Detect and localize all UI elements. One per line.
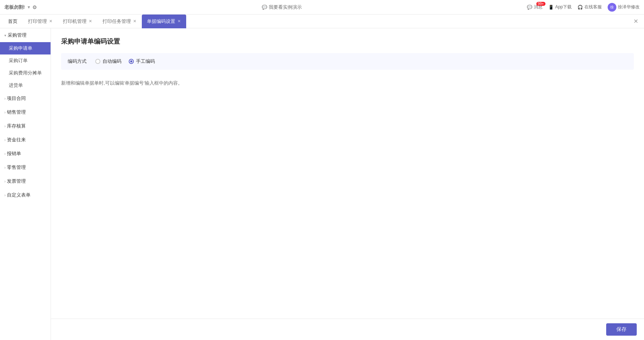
message-icon: 💬 (527, 5, 532, 10)
content-area: 采购申请单编码设置 编码方式 自动编码 手工编码 (51, 28, 644, 319)
sidebar-group-header-custom-form[interactable]: › 自定义表单 (0, 188, 51, 202)
sidebar-group-capital-flow: › 资金往来 (0, 133, 51, 147)
chevron-right-icon-2: › (4, 110, 5, 114)
encoding-section: 编码方式 自动编码 手工编码 (61, 53, 634, 70)
sidebar-group-header-purchase-management[interactable]: ▾ 采购管理 (0, 28, 51, 42)
chevron-right-icon-6: › (4, 166, 5, 170)
encoding-label: 编码方式 (68, 58, 87, 65)
radio-circle-auto (95, 59, 100, 64)
sidebar-group-sales-management: › 销售管理 (0, 105, 51, 119)
tab-printer-management[interactable]: 打印机管理 ✕ (58, 15, 97, 28)
footer: 保存 (51, 319, 644, 340)
message-badge: 99+ (536, 2, 545, 6)
settings-icon[interactable]: ⚙ (32, 4, 37, 10)
dropdown-icon[interactable]: ▾ (28, 4, 30, 10)
tab-home[interactable]: 首页 (3, 15, 23, 28)
sidebar: ▾ 采购管理 采购申请单 采购订单 采购费用分摊单 进货单 › 项目合同 (0, 28, 51, 340)
sidebar-group-header-sales-management[interactable]: › 销售管理 (0, 105, 51, 119)
top-bar-left: 老板勿割! ▾ ⚙ (4, 4, 37, 11)
download-icon: 📱 (548, 5, 554, 10)
sidebar-group-header-capital-flow[interactable]: › 资金往来 (0, 133, 51, 147)
window-close-btn[interactable]: ✕ (631, 18, 641, 25)
tab-bar: 首页 打印管理 ✕ 打印机管理 ✕ 打印任务管理 ✕ 单据编码设置 ✕ ✕ (0, 15, 644, 28)
sidebar-group-header-retail-management[interactable]: › 零售管理 (0, 161, 51, 174)
sidebar-group-header-invoice-management[interactable]: › 发票管理 (0, 174, 51, 188)
user-menu[interactable]: 徐 徐泽华修改 (608, 3, 640, 12)
chevron-right-icon-7: › (4, 179, 5, 183)
demo-link[interactable]: 💬 我要看实例演示 (262, 4, 302, 11)
radio-circle-manual (129, 59, 134, 64)
sidebar-group-retail-management: › 零售管理 (0, 161, 51, 174)
chevron-right-icon-5: › (4, 152, 5, 156)
encoding-radio-group: 自动编码 手工编码 (95, 58, 155, 65)
sidebar-item-purchase-requisition[interactable]: 采购申请单 (0, 42, 51, 54)
sidebar-group-sales-return: › 报销单 (0, 147, 51, 161)
avatar: 徐 (608, 3, 616, 12)
tab-close-document-code-settings[interactable]: ✕ (177, 19, 181, 24)
radio-auto-encoding[interactable]: 自动编码 (95, 58, 121, 65)
hint-text: 新增和编辑单据单时,可以编辑'单据编号'输入框中的内容。 (61, 77, 634, 89)
app-logo: 老板勿割! (4, 4, 25, 11)
chevron-right-icon-4: › (4, 138, 5, 142)
sidebar-group-header-inventory-settlement[interactable]: › 库存核算 (0, 119, 51, 133)
tab-print-task-management[interactable]: 打印任务管理 ✕ (97, 15, 142, 28)
sidebar-group-custom-form: › 自定义表单 (0, 188, 51, 202)
chevron-right-icon-1: › (4, 97, 5, 101)
sidebar-group-invoice-management: › 发票管理 (0, 174, 51, 188)
chevron-right-icon-3: › (4, 124, 5, 128)
sidebar-group-header-project-contract[interactable]: › 项目合同 (0, 92, 51, 105)
sidebar-group-inventory-settlement: › 库存核算 (0, 119, 51, 133)
sidebar-item-stock-in[interactable]: 进货单 (0, 79, 51, 92)
online-service-btn[interactable]: 🎧 在线客服 (577, 4, 602, 10)
chevron-right-icon-8: › (4, 193, 5, 197)
save-button[interactable]: 保存 (606, 323, 637, 336)
main-layout: ▾ 采购管理 采购申请单 采购订单 采购费用分摊单 进货单 › 项目合同 (0, 28, 644, 340)
app-download-btn[interactable]: 📱 App下载 (548, 4, 572, 10)
tab-close-printer-management[interactable]: ✕ (89, 19, 92, 24)
sidebar-item-purchase-expense-split[interactable]: 采购费用分摊单 (0, 67, 51, 79)
top-bar: 老板勿割! ▾ ⚙ 💬 我要看实例演示 💬 消息 99+ 📱 App下载 🎧 在… (0, 0, 644, 15)
radio-manual-encoding[interactable]: 手工编码 (129, 58, 155, 65)
message-btn[interactable]: 💬 消息 99+ (527, 4, 543, 10)
top-bar-icons: ▾ ⚙ (28, 4, 37, 10)
service-icon: 🎧 (577, 5, 583, 10)
main-content: 采购申请单编码设置 编码方式 自动编码 手工编码 (51, 28, 644, 340)
tab-close-print-management[interactable]: ✕ (49, 19, 52, 24)
sidebar-group-header-sales-return[interactable]: › 报销单 (0, 147, 51, 161)
page-title: 采购申请单编码设置 (61, 37, 634, 46)
sidebar-item-purchase-order[interactable]: 采购订单 (0, 54, 51, 67)
tab-close-print-task-management[interactable]: ✕ (133, 19, 136, 24)
tab-print-management[interactable]: 打印管理 ✕ (23, 15, 58, 28)
top-bar-right: 💬 消息 99+ 📱 App下载 🎧 在线客服 徐 徐泽华修改 (527, 3, 640, 12)
tab-document-code-settings[interactable]: 单据编码设置 ✕ (142, 15, 186, 28)
sidebar-group-purchase-management: ▾ 采购管理 采购申请单 采购订单 采购费用分摊单 进货单 (0, 28, 51, 92)
chevron-down-icon: ▾ (4, 33, 6, 37)
sidebar-group-project-contract: › 项目合同 (0, 92, 51, 105)
